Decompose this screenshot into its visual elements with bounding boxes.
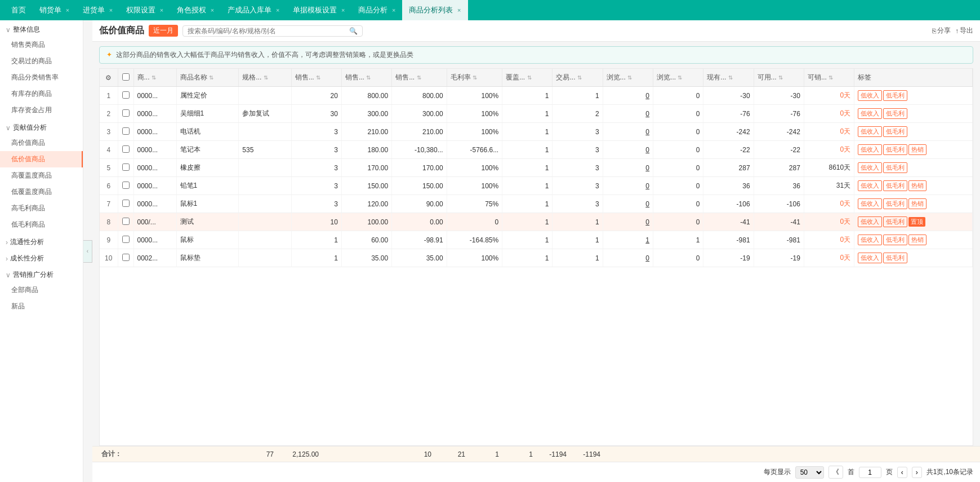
spec-column-header[interactable]: 规格... ⇅: [239, 69, 291, 87]
nav-home[interactable]: 首页: [5, 0, 33, 20]
code-column-header[interactable]: 商... ⇅: [133, 69, 176, 87]
view1-link[interactable]: 1: [645, 236, 649, 244]
sidebar-item-traded-products[interactable]: 交易过的商品: [0, 53, 83, 69]
row-checkbox[interactable]: [122, 163, 130, 171]
close-icon[interactable]: ×: [392, 7, 395, 14]
close-icon[interactable]: ×: [211, 7, 214, 14]
row-checkbox[interactable]: [122, 145, 130, 153]
nav-purchase-order[interactable]: 进货单 ×: [76, 0, 119, 20]
sidebar-group-overview[interactable]: ∨ 整体信息: [0, 20, 83, 37]
row-checkbox[interactable]: [122, 109, 130, 117]
sidebar-item-high-coverage[interactable]: 高覆盖度商品: [0, 167, 83, 184]
view1-link[interactable]: 0: [645, 254, 649, 262]
page-size-select[interactable]: 50 100 200: [795, 466, 824, 479]
name-column-header[interactable]: 商品名称 ⇅: [176, 69, 239, 87]
nav-product-warehouse[interactable]: 产成品入库单 ×: [221, 0, 286, 20]
sidebar-item-sales-products[interactable]: 销售类商品: [0, 37, 83, 53]
view1-link[interactable]: 0: [645, 182, 649, 190]
row-checkbox-cell[interactable]: [118, 213, 133, 231]
row-checkbox-cell[interactable]: [118, 105, 133, 123]
view1-link[interactable]: 0: [645, 164, 649, 172]
row-checkbox-cell[interactable]: [118, 159, 133, 177]
tags-column-header[interactable]: 标签: [854, 69, 973, 87]
row-checkbox-cell[interactable]: [118, 249, 133, 267]
first-page-button[interactable]: 《: [828, 466, 843, 479]
sidebar-item-new-products[interactable]: 新品: [0, 298, 83, 315]
row-checkbox-cell[interactable]: [118, 123, 133, 141]
view1-link[interactable]: 0: [645, 92, 649, 100]
date-range-tag[interactable]: 近一月: [149, 25, 178, 37]
checkbox-all-header[interactable]: [118, 69, 133, 87]
sidebar-group-liquidity[interactable]: › 流通性分析: [0, 233, 83, 249]
nav-sales-order[interactable]: 销货单 ×: [33, 0, 76, 20]
view2-column-header[interactable]: 浏览... ⇅: [653, 69, 703, 87]
sale-profit-column-header[interactable]: 销售... ⇅: [392, 69, 447, 87]
export-button[interactable]: ↑ 导出: [955, 26, 973, 36]
row-checkbox[interactable]: [122, 127, 130, 135]
view1-link[interactable]: 0: [645, 128, 649, 136]
sidebar-item-low-coverage[interactable]: 低覆盖度商品: [0, 184, 83, 200]
sale-qty-column-header[interactable]: 销售... ⇅: [291, 69, 341, 87]
row-checkbox[interactable]: [122, 182, 130, 189]
row-checkbox[interactable]: [122, 236, 130, 243]
nav-product-analysis[interactable]: 商品分析 ×: [351, 0, 402, 20]
row-checkbox[interactable]: [122, 218, 130, 225]
sidebar-item-low-value[interactable]: 低价值商品: [0, 151, 83, 167]
nav-role-auth[interactable]: 角色授权 ×: [170, 0, 221, 20]
close-icon[interactable]: ×: [160, 7, 163, 14]
row-checkbox-cell[interactable]: [118, 141, 133, 159]
saleable-days: 0天: [804, 213, 854, 231]
nav-order-template[interactable]: 单据模板设置 ×: [286, 0, 351, 20]
sidebar-collapse-button[interactable]: ‹: [83, 240, 92, 263]
view1-link[interactable]: 0: [645, 110, 649, 118]
sidebar-group-contribution[interactable]: ∨ 贡献值分析: [0, 118, 83, 135]
sidebar-item-inventory-fund[interactable]: 库存资金占用: [0, 102, 83, 118]
close-icon[interactable]: ×: [457, 7, 461, 14]
sidebar-item-high-margin[interactable]: 高毛利商品: [0, 200, 83, 216]
view1-column-header[interactable]: 浏览... ⇅: [603, 69, 653, 87]
row-checkbox-cell[interactable]: [118, 177, 133, 195]
page-number-input[interactable]: [859, 467, 881, 478]
search-icon[interactable]: 🔍: [349, 27, 358, 35]
nav-permission-settings[interactable]: 权限设置 ×: [119, 0, 170, 20]
nav-product-analysis-list[interactable]: 商品分析列表 ×: [402, 0, 467, 20]
sidebar-group-growth[interactable]: › 成长性分析: [0, 249, 83, 266]
next-page-button[interactable]: ›: [912, 467, 922, 478]
share-button[interactable]: ⎘ 分享: [932, 26, 951, 36]
view1-link[interactable]: 0: [645, 146, 649, 154]
row-checkbox-cell[interactable]: [118, 195, 133, 213]
close-icon[interactable]: ×: [341, 7, 345, 14]
share-icon: ⎘: [932, 27, 936, 35]
close-icon[interactable]: ×: [66, 7, 69, 14]
gross-margin-column-header[interactable]: 毛利率 ⇅: [447, 69, 502, 87]
sale-amount: 60.00: [341, 231, 391, 249]
product-tags: 低收入低毛利热销: [854, 141, 973, 159]
close-icon[interactable]: ×: [276, 7, 279, 14]
view1-link[interactable]: 0: [645, 200, 649, 208]
prev-page-button[interactable]: ‹: [897, 467, 907, 478]
sale-amount-column-header[interactable]: 销售... ⇅: [341, 69, 391, 87]
row-checkbox[interactable]: [122, 254, 130, 261]
coverage-column-header[interactable]: 覆盖... ⇅: [502, 69, 553, 87]
available-column-header[interactable]: 可用... ⇅: [754, 69, 804, 87]
transaction-column-header[interactable]: 交易... ⇅: [553, 69, 603, 87]
select-all-checkbox[interactable]: [122, 73, 130, 81]
view1-link[interactable]: 0: [645, 218, 649, 226]
row-checkbox[interactable]: [122, 91, 130, 99]
tag-hot: 热销: [908, 198, 926, 209]
current-stock-column-header[interactable]: 现有... ⇅: [703, 69, 754, 87]
row-checkbox-cell[interactable]: [118, 87, 133, 105]
sidebar-item-all-products[interactable]: 全部商品: [0, 282, 83, 298]
close-icon[interactable]: ×: [109, 7, 113, 14]
sidebar-item-stock-products[interactable]: 有库存的商品: [0, 86, 83, 102]
settings-column-header[interactable]: ⚙: [100, 69, 118, 87]
search-input[interactable]: [188, 27, 349, 35]
sidebar-item-high-value[interactable]: 高价值商品: [0, 135, 83, 151]
row-checkbox-cell[interactable]: [118, 231, 133, 249]
saleable-column-header[interactable]: 可销... ⇅: [804, 69, 854, 87]
sidebar-group-marketing[interactable]: ∨ 营销推广分析: [0, 266, 83, 282]
row-checkbox[interactable]: [122, 200, 130, 207]
sidebar-item-category-sales-rate[interactable]: 商品分类销售率: [0, 69, 83, 86]
data-table-container[interactable]: ⚙ 商... ⇅ 商品名称 ⇅ 规格... ⇅ 销售... ⇅ 销售... ⇅ …: [99, 68, 973, 446]
sidebar-item-low-margin[interactable]: 低毛利商品: [0, 216, 83, 233]
